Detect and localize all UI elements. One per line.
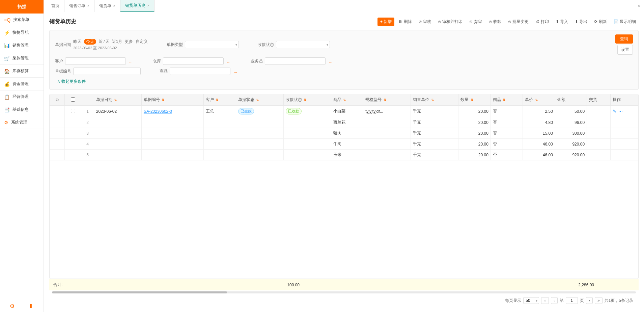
audit-print-button[interactable]: ⊙ 审核并打印 <box>435 18 465 26</box>
goods-input[interactable] <box>170 68 230 75</box>
sidebar-item-label: 资金管理 <box>12 81 29 87</box>
close-sales-delivery-tab-icon[interactable]: × <box>113 4 115 8</box>
spec-col-header[interactable]: 规格型号 ⇅ <box>363 94 411 106</box>
last1month-shortcut[interactable]: 近1月 <box>112 39 122 45</box>
payment-status-select[interactable] <box>276 41 330 48</box>
tab-sales-order[interactable]: 销售订单 × <box>64 0 94 12</box>
settings-icon[interactable]: ⚙ <box>10 303 15 309</box>
filter-row-1: 单据日期 昨天 今天 近7天 近1月 更多 自定义 2023-06-02 至 2… <box>55 34 633 55</box>
doc-status-col-header[interactable]: 单据状态 ⇅ <box>236 94 283 106</box>
table-header-row: ⚙ 单据日期 ⇅ 单据编号 ⇅ 客户 ⇅ <box>50 94 638 106</box>
today-shortcut[interactable]: 今天 <box>84 39 96 45</box>
customer-ellipsis-button[interactable]: ... <box>128 59 134 63</box>
price-col-header[interactable]: 单价 ⇅ <box>523 94 555 106</box>
print-button[interactable]: 🖨 打印 <box>533 18 551 26</box>
salesperson-ellipsis-button[interactable]: ... <box>328 59 334 63</box>
row1-docno-link[interactable]: SA-20230602-0 <box>144 109 172 114</box>
set-button[interactable]: 设置 <box>617 45 633 55</box>
filter-row-2: 客户 ... 仓库 ... 业务员 ... <box>55 57 633 65</box>
close-all-tabs-button[interactable]: × <box>636 2 641 10</box>
close-sales-order-tab-icon[interactable]: × <box>87 4 89 8</box>
row5-docno <box>141 150 203 160</box>
pause-icon[interactable]: ⏸ <box>28 303 34 309</box>
tab-home[interactable]: 首页 <box>47 0 64 12</box>
last-page-button[interactable]: » <box>595 297 603 304</box>
discard-button[interactable]: ⊙ 弃审 <box>467 18 484 26</box>
sidebar-item-search-menu[interactable]: ≡Q 搜索菜单 <box>0 14 44 26</box>
goods-ellipsis-button[interactable]: ... <box>232 69 239 74</box>
unit-col-label: 销售单位 <box>413 97 429 102</box>
custom-date-shortcut[interactable]: 自定义 <box>136 39 148 45</box>
sidebar-item-sys-mgmt[interactable]: ⚙ 系统管理 <box>0 116 44 129</box>
row1-edit-icon[interactable]: ✎ <box>613 109 616 114</box>
more-date-shortcut[interactable]: 更多 <box>125 39 133 45</box>
refresh-button[interactable]: ⟳ 刷新 <box>591 18 609 26</box>
last7days-shortcut[interactable]: 近7天 <box>99 39 109 45</box>
tab-sales-history[interactable]: 销货单历史 × <box>120 0 155 12</box>
salesperson-label: 业务员 <box>251 58 263 64</box>
date-col-label: 单据日期 <box>96 97 112 102</box>
horizontal-scrollbar[interactable] <box>52 291 636 293</box>
tab-sales-delivery[interactable]: 销货单 × <box>94 0 120 12</box>
batch-change-button[interactable]: ⊙ 批量变更 <box>505 18 531 26</box>
row2-num: 2 <box>81 117 94 128</box>
doc-no-input[interactable] <box>73 68 141 75</box>
warehouse-input[interactable] <box>163 57 224 65</box>
collect-button[interactable]: ⊙ 收款 <box>486 18 504 26</box>
row1-transaction <box>587 106 611 117</box>
payment-status-col-header[interactable]: 收款状态 ⇅ <box>283 94 331 106</box>
row3-transaction <box>587 128 611 139</box>
collapse-filter-button[interactable]: ∧ 收起更多条件 <box>55 78 633 85</box>
new-button[interactable]: + 新增 <box>377 18 394 26</box>
docno-col-header[interactable]: 单据编号 ⇅ <box>141 94 203 106</box>
row1-date: 2023-06-02 <box>94 106 141 117</box>
customer-col-header[interactable]: 客户 ⇅ <box>204 94 236 106</box>
page-size-select[interactable]: 20 50 100 <box>523 297 539 304</box>
page-title: 销货单历史 <box>49 18 377 25</box>
sidebar-item-ops-mgmt[interactable]: 📋 经营管理 <box>0 90 44 103</box>
customer-input[interactable] <box>65 57 126 65</box>
row3-gift: 否 <box>491 128 523 139</box>
settings-col-header[interactable]: ⚙ <box>50 94 65 106</box>
qty-col-header[interactable]: 数量 ⇅ <box>458 94 491 106</box>
finance-mgmt-icon: 💰 <box>4 81 10 87</box>
first-page-button[interactable]: « <box>541 297 549 304</box>
show-detail-button[interactable]: 📄 显示明细 <box>611 18 639 26</box>
row1-action-icons: ✎ ⋯ <box>613 109 636 114</box>
row2-payment-status <box>283 117 331 128</box>
doc-type-select[interactable] <box>185 41 239 48</box>
row1-more-icon[interactable]: ⋯ <box>618 109 623 114</box>
row1-checkbox[interactable] <box>71 109 75 113</box>
footer-qty-total: 100.00 <box>287 283 578 287</box>
sidebar-item-finance-mgmt[interactable]: 💰 资金管理 <box>0 78 44 90</box>
close-sales-history-tab-icon[interactable]: × <box>147 4 149 7</box>
date-col-header[interactable]: 单据日期 ⇅ <box>94 94 141 106</box>
select-all-checkbox[interactable] <box>71 97 75 102</box>
sidebar-item-sales-mgmt[interactable]: 📊 销售管理 <box>0 39 44 52</box>
import-button[interactable]: ⬆ 导入 <box>553 18 571 26</box>
customer-filter-group: 客户 ... <box>55 57 134 65</box>
sidebar-item-quick-nav[interactable]: ⚡ 快捷导航 <box>0 26 44 39</box>
audit-button[interactable]: ⊙ 审核 <box>416 18 434 26</box>
search-menu-icon: ≡Q <box>4 17 10 23</box>
delete-button[interactable]: 🗑 删除 <box>396 18 414 26</box>
sidebar-item-basic-info[interactable]: 📑 基础信息 <box>0 103 44 116</box>
warehouse-ellipsis-button[interactable]: ... <box>226 59 232 63</box>
sidebar-item-purchase-mgmt[interactable]: 🛒 采购管理 <box>0 52 44 65</box>
row4-spec <box>363 139 411 150</box>
date-sort-icon: ⇅ <box>114 98 117 102</box>
next-page-button[interactable]: › <box>586 297 593 304</box>
salesperson-input[interactable] <box>265 57 326 65</box>
page-number-input[interactable] <box>566 297 578 304</box>
prev-page-button[interactable]: ‹ <box>551 297 558 304</box>
row5-spec <box>363 150 411 160</box>
gift-col-header[interactable]: 赠品 ⇅ <box>491 94 523 106</box>
row5-gift: 否 <box>491 150 523 160</box>
yesterday-shortcut[interactable]: 昨天 <box>73 39 81 45</box>
query-button[interactable]: 查询 <box>615 34 633 44</box>
sidebar-item-inventory[interactable]: 🏠 库存核算 <box>0 65 44 78</box>
row2-gift: 否 <box>491 117 523 128</box>
export-button[interactable]: ⬇ 导出 <box>572 18 590 26</box>
unit-col-header[interactable]: 销售单位 ⇅ <box>411 94 458 106</box>
goods-col-header[interactable]: 商品 ⇅ <box>331 94 363 106</box>
